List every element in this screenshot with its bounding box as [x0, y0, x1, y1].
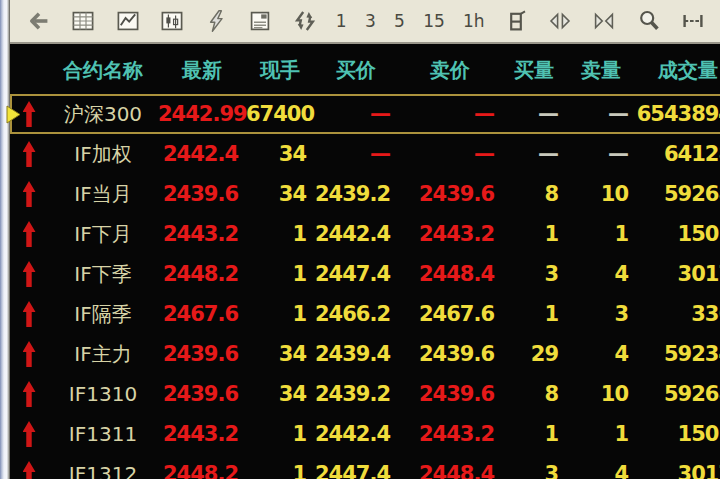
bid-price: 2447.4 [314, 462, 398, 479]
quote-table-icon[interactable] [70, 8, 96, 34]
current-volume: 1 [246, 302, 314, 326]
last-price: 2442.99 [158, 102, 246, 126]
contract-name: IF主力 [48, 341, 158, 368]
bid-volume: 29 [502, 342, 566, 366]
up-arrow-icon [23, 141, 36, 167]
bid-volume: 8 [502, 382, 566, 406]
table-row[interactable]: IF1312 2448.2 1 2447.4 2448.4 3 4 3017 [10, 454, 720, 479]
contract-name: IF1312 [48, 462, 158, 479]
ask-price: 2439.6 [398, 182, 502, 206]
toolbar: 1 3 5 15 1h [10, 0, 720, 44]
trend-cell [10, 381, 48, 407]
header-last-price[interactable]: 最新 [158, 57, 246, 84]
current-volume: 1 [246, 222, 314, 246]
up-arrow-icon [23, 221, 36, 247]
bid-volume: 1 [502, 302, 566, 326]
refresh-arrows-icon[interactable] [292, 8, 318, 34]
contract-name: IF1311 [48, 422, 158, 446]
day-candle-icon[interactable] [503, 8, 529, 34]
header-current-volume[interactable]: 现手 [246, 57, 314, 84]
table-row[interactable]: 沪深300 2442.99 67400 — — — — 6543894 [10, 94, 720, 134]
total-volume: 3017 [636, 262, 720, 286]
current-volume: 1 [246, 462, 314, 479]
table-row[interactable]: IF当月 2439.6 34 2439.2 2439.6 8 10 59268 [10, 174, 720, 214]
ask-volume: 1 [566, 222, 636, 246]
period-15-button[interactable]: 15 [423, 11, 445, 31]
up-arrow-icon [23, 421, 36, 447]
last-price: 2467.6 [158, 302, 246, 326]
last-price: 2448.2 [158, 462, 246, 479]
candlestick-chart-icon[interactable] [159, 8, 185, 34]
collapse-horizontal-icon[interactable] [591, 8, 617, 34]
trading-app-window: 1 3 5 15 1h 合约名称 最新 现手 买价 卖价 买量 卖量 [0, 0, 720, 479]
table-row[interactable]: IF加权 2442.4 34 — — — — 64128 [10, 134, 720, 174]
up-arrow-icon [23, 301, 36, 327]
total-volume: 59268 [636, 382, 720, 406]
contract-name: IF当月 [48, 181, 158, 208]
current-volume: 34 [246, 342, 314, 366]
table-row[interactable]: IF1311 2443.2 1 2442.4 2443.2 1 1 1501 [10, 414, 720, 454]
last-price: 2443.2 [158, 222, 246, 246]
trend-cell [10, 221, 48, 247]
line-chart-icon[interactable] [115, 8, 141, 34]
period-3-button[interactable]: 3 [365, 11, 376, 31]
up-arrow-icon [23, 261, 36, 287]
bid-volume: 1 [502, 222, 566, 246]
header-ask-price[interactable]: 卖价 [398, 57, 502, 84]
trend-cell [10, 181, 48, 207]
ask-volume: 10 [566, 382, 636, 406]
up-arrow-icon [23, 461, 36, 479]
last-price: 2448.2 [158, 262, 246, 286]
magnifier-icon[interactable] [636, 8, 662, 34]
ask-price: 2443.2 [398, 222, 502, 246]
header-bid-price[interactable]: 买价 [314, 57, 398, 84]
ask-volume: 10 [566, 182, 636, 206]
up-arrow-icon [23, 341, 36, 367]
table-row[interactable]: IF下季 2448.2 1 2447.4 2448.4 3 4 3017 [10, 254, 720, 294]
current-volume: 67400 [246, 102, 314, 126]
ask-price: 2439.6 [398, 342, 502, 366]
ask-price: — [398, 102, 502, 126]
bid-volume: 3 [502, 262, 566, 286]
period-1-button[interactable]: 1 [336, 11, 347, 31]
table-row[interactable]: IF隔季 2467.6 1 2466.2 2467.6 1 3 336 [10, 294, 720, 334]
lightning-icon[interactable] [203, 8, 229, 34]
current-volume: 1 [246, 262, 314, 286]
quote-table: 合约名称 最新 现手 买价 卖价 买量 卖量 成交量 沪深300 2442.99… [10, 46, 720, 479]
total-volume: 6543894 [636, 102, 720, 126]
table-row[interactable]: IF下月 2443.2 1 2442.4 2443.2 1 1 1501 [10, 214, 720, 254]
table-row[interactable]: IF主力 2439.6 34 2439.4 2439.6 29 4 59234 [10, 334, 720, 374]
trend-cell [10, 141, 48, 167]
header-bid-volume[interactable]: 买量 [502, 57, 566, 84]
total-volume: 59268 [636, 182, 720, 206]
period-1h-button[interactable]: 1h [463, 11, 485, 31]
current-volume: 34 [246, 182, 314, 206]
table-row[interactable]: IF1310 2439.6 34 2439.2 2439.6 8 10 5926… [10, 374, 720, 414]
bid-price: 2442.4 [314, 222, 398, 246]
last-price: 2439.6 [158, 182, 246, 206]
contract-name: IF加权 [48, 141, 158, 168]
measure-width-icon[interactable] [680, 8, 706, 34]
trend-cell [10, 341, 48, 367]
bid-price: — [314, 102, 398, 126]
bid-price: 2439.2 [314, 382, 398, 406]
back-arrow-icon[interactable] [26, 8, 52, 34]
expand-horizontal-icon[interactable] [547, 8, 573, 34]
trend-cell [10, 261, 48, 287]
ask-price: 2448.4 [398, 462, 502, 479]
bid-volume: — [502, 102, 566, 126]
table-header: 合约名称 最新 现手 买价 卖价 买量 卖量 成交量 [10, 46, 720, 94]
total-volume: 336 [636, 302, 720, 326]
header-contract-name[interactable]: 合约名称 [48, 57, 158, 84]
current-volume: 34 [246, 382, 314, 406]
up-arrow-icon [23, 101, 36, 127]
ask-volume: 4 [566, 262, 636, 286]
last-price: 2442.4 [158, 142, 246, 166]
header-total-volume[interactable]: 成交量 [636, 57, 720, 84]
contract-name: IF下月 [48, 221, 158, 248]
total-volume: 1501 [636, 422, 720, 446]
report-icon[interactable] [247, 8, 273, 34]
trend-cell [10, 301, 48, 327]
header-ask-volume[interactable]: 卖量 [566, 57, 636, 84]
period-5-button[interactable]: 5 [394, 11, 405, 31]
